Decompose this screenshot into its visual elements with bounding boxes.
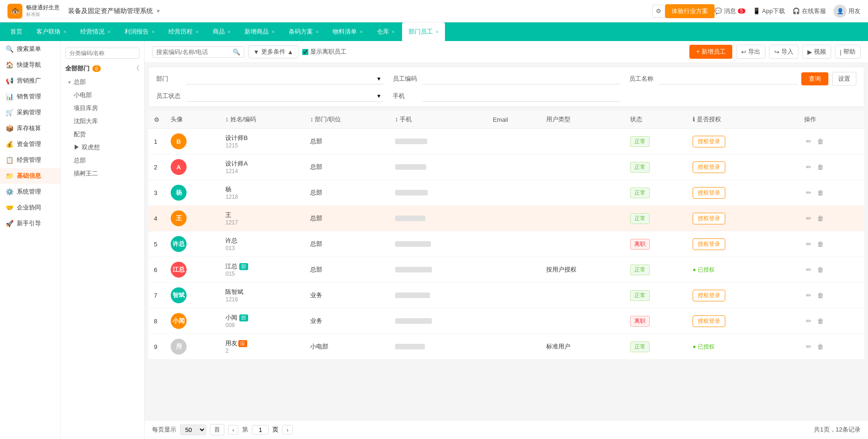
auth-login-button[interactable]: 授权登录 [693,315,725,327]
nav-tab-新增商品[interactable]: 新增商品× [238,22,281,41]
sidebar-item-企业协同[interactable]: 🤝 企业协同 [0,200,60,216]
prev-page-btn[interactable]: ‹ [228,425,238,435]
nav-tab-仓库[interactable]: 仓库× [370,22,401,41]
auth-login-button[interactable]: 授权登录 [693,136,725,147]
sidebar-item-库存核算[interactable]: 📦 库存核算 [0,120,60,136]
sidebar-item-营销推广[interactable]: 📢 营销推广 [0,73,60,89]
page-input[interactable] [252,425,269,435]
delete-button[interactable]: 🗑 [815,342,826,351]
auth-login-button[interactable]: 授权登录 [693,213,725,224]
reset-button[interactable]: 设置 [832,72,856,86]
edit-button[interactable]: ✏ [804,239,813,249]
emp-status-select[interactable]: ▾ [186,91,383,102]
dept-select[interactable]: ▾ [186,73,383,84]
next-page-btn[interactable]: › [282,425,292,435]
delete-button[interactable]: 🗑 [815,316,826,326]
edit-button[interactable]: ✏ [804,137,813,146]
phone-input[interactable] [423,91,620,102]
nav-tab-商品[interactable]: 商品× [206,22,237,41]
nav-tab-经营情况[interactable]: 经营情况× [74,22,117,41]
emp-code-input[interactable] [423,73,620,84]
dept-column-header[interactable]: ↕ 部门/职位 [305,111,389,129]
nav-tab-客户联络[interactable]: 客户联络× [30,22,73,41]
sidebar-item-新手引导[interactable]: 🚀 新手引导 [0,216,60,231]
auth-login-button[interactable]: 授权登录 [693,290,725,301]
tree-node-child-总部[interactable]: 总部 [61,154,144,167]
user-info[interactable]: 👤 用友 [833,5,861,18]
experience-button[interactable]: 体验行业方案 [665,4,715,18]
phone-column-header[interactable]: ↕ 手机 [389,111,487,129]
delete-button[interactable]: 🗑 [815,162,826,172]
close-tab-icon[interactable]: × [195,29,198,35]
show-resigned-toggle[interactable]: 显示离职员工 [302,48,347,56]
nav-tab-利润报告[interactable]: 利润报告× [118,22,161,41]
dept-tree-all-label[interactable]: 全部部门 [65,64,90,73]
edit-button[interactable]: ✏ [804,265,813,274]
nav-tab-首页[interactable]: 首页 [4,22,29,41]
help-button[interactable]: | 帮助 [835,45,861,59]
sidebar-item-经营管理[interactable]: 📋 经营管理 [0,152,60,168]
nav-tab-部门员工[interactable]: 部门员工× [402,22,445,41]
app-download-btn[interactable]: 📱 App下载 [753,7,785,15]
tree-node-child-配货[interactable]: 配货 [61,128,144,141]
sidebar-item-采购管理[interactable]: 🛒 采购管理 [0,105,60,120]
search-input[interactable] [156,49,231,56]
page-size-select[interactable]: 50 100 200 [180,425,206,435]
close-tab-icon[interactable]: × [392,29,395,35]
edit-button[interactable]: ✏ [804,316,813,326]
sidebar-item-资金管理[interactable]: 💰 资金管理 [0,136,60,152]
tree-node-总部[interactable]: ▼总部 [61,76,144,89]
sidebar-item-基础信息[interactable]: 📁 基础信息 [0,168,60,184]
settings-column-header[interactable]: ⚙ [148,111,165,129]
edit-button[interactable]: ✏ [804,291,813,300]
export-button[interactable]: ↩ 导出 [736,45,765,59]
add-employee-button[interactable]: + 新增员工 [689,45,732,59]
settings-gear[interactable]: ⚙ [652,5,665,18]
import-button[interactable]: ↪ 导入 [769,45,799,59]
sidebar-item-快捷导航[interactable]: 🏠 快捷导航 [0,57,60,73]
close-tab-icon[interactable]: × [360,29,362,35]
delete-button[interactable]: 🗑 [815,188,826,197]
name-column-header[interactable]: ↕ 姓名/编码 [220,111,305,129]
dept-search-input[interactable] [65,48,139,59]
auth-login-button[interactable]: 授权登录 [693,161,725,173]
close-tab-icon[interactable]: × [63,29,66,35]
nav-tab-物料清单[interactable]: 物料清单× [326,22,369,41]
emp-name-input[interactable] [659,73,798,84]
nav-tab-条码方案[interactable]: 条码方案× [282,22,325,41]
delete-button[interactable]: 🗑 [815,239,826,249]
view-button[interactable]: ▶ 视频 [802,45,831,59]
tree-node-child-插树王二[interactable]: 插树王二 [61,167,144,180]
close-tab-icon[interactable]: × [107,29,110,35]
delete-button[interactable]: 🗑 [815,137,826,146]
sidebar-item-系统管理[interactable]: ⚙️ 系统管理 [0,184,60,200]
close-tab-icon[interactable]: × [436,29,438,35]
delete-button[interactable]: 🗑 [815,265,826,274]
auth-login-button[interactable]: 授权登录 [693,187,725,199]
dropdown-icon[interactable]: ▾ [157,7,160,14]
edit-button[interactable]: ✏ [804,214,813,223]
message-btn[interactable]: 💬 消息 5 [715,7,745,15]
tree-node-child-项目库房[interactable]: 项目库房 [61,102,144,115]
resigned-checkbox[interactable] [302,49,308,55]
tree-node-child-沈阳大库[interactable]: 沈阳大库 [61,115,144,128]
edit-button[interactable]: ✏ [804,342,813,351]
close-tab-icon[interactable]: × [316,29,319,35]
delete-button[interactable]: 🗑 [815,291,826,300]
edit-button[interactable]: ✏ [804,162,813,172]
sidebar-item-销售管理[interactable]: 📊 销售管理 [0,89,60,105]
close-tab-icon[interactable]: × [228,29,230,35]
close-tab-icon[interactable]: × [152,29,154,35]
search-icon[interactable]: 🔍 [233,49,240,56]
auth-login-button[interactable]: 授权登录 [693,238,725,250]
online-service-btn[interactable]: 🎧 在线客服 [792,7,826,15]
tree-node-child-小电部[interactable]: 小电部 [61,89,144,102]
edit-button[interactable]: ✏ [804,188,813,197]
sidebar-item-搜索菜单[interactable]: 🔍 搜索菜单 [0,41,60,57]
tree-node-child-双虎想[interactable]: ▶ 双虎想 [61,141,144,154]
close-tab-icon[interactable]: × [271,29,274,35]
more-conditions-btn[interactable]: ▼ 更多条件 ▲ [248,45,299,58]
first-page-btn[interactable]: 首 [210,424,224,435]
collapse-icon[interactable]: 《 [133,64,139,73]
nav-tab-经营历程[interactable]: 经营历程× [162,22,205,41]
